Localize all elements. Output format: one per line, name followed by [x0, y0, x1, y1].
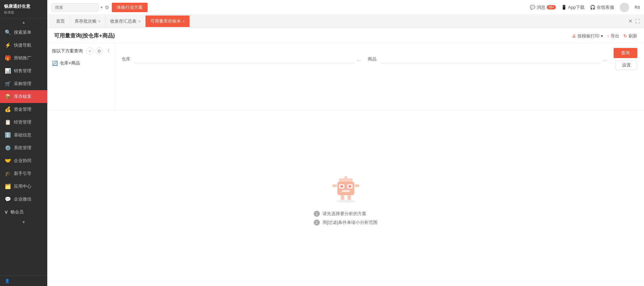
- tab-home-label: 首页: [56, 18, 65, 24]
- basicinfo-icon: ℹ️: [5, 132, 11, 138]
- app-subtitle: 标准版: [4, 10, 14, 14]
- tab-available-stock[interactable]: 可用量库存账本 ×: [146, 16, 190, 27]
- sidebar-item-inventory[interactable]: 📦 库存核算: [0, 90, 47, 103]
- tab-inventory-batch[interactable]: 库存批次账 ×: [70, 16, 105, 27]
- filter-left-panel: 按以下方案查询 + ⚙ 《 🔄 仓库+商品: [47, 43, 115, 110]
- empty-state: 1 请先选择要分析的方案 2 用[过滤]条件来缩小分析范围: [47, 111, 644, 286]
- collapse-icon[interactable]: 《: [105, 48, 110, 54]
- app-title: 畅康通好生意: [4, 3, 43, 9]
- sidebar-label-enterprise: 企业协同: [14, 158, 31, 164]
- tabbar-actions: ✕ ⛶: [628, 18, 640, 24]
- svg-point-9: [344, 176, 347, 179]
- app-download-action[interactable]: 📱 App下载: [561, 4, 585, 10]
- content-area: 可用量查询(按仓库+商品) 🖨 按模板打印 ▾ ↑ 导出 ↻ 刷新: [47, 28, 644, 286]
- online-service-action[interactable]: 🎧 在线客服: [590, 4, 614, 10]
- sidebar-item-search[interactable]: 🔍 搜索菜单: [0, 26, 47, 39]
- product-more-button[interactable]: ...: [603, 57, 607, 62]
- marketing-icon: 🎁: [5, 55, 11, 61]
- svg-rect-0: [337, 182, 354, 195]
- avatar[interactable]: [620, 3, 629, 12]
- chevron-down-icon[interactable]: ▾: [101, 5, 103, 10]
- sidebar-scroll-down[interactable]: ▼: [0, 218, 47, 226]
- trial-button[interactable]: 体验行业方案: [112, 3, 148, 12]
- empty-tips: 1 请先选择要分析的方案 2 用[过滤]条件来缩小分析范围: [314, 211, 378, 226]
- warehouse-input[interactable]: [134, 55, 355, 63]
- svg-rect-11: [349, 185, 351, 187]
- finance-icon: 💰: [5, 106, 11, 112]
- message-action[interactable]: 💬 消息 99+: [530, 4, 556, 10]
- sidebar-item-basic-info[interactable]: ℹ️ 基础信息: [0, 129, 47, 141]
- tab-close-icon-3[interactable]: ×: [183, 19, 185, 23]
- quicknav-icon: ⚡: [5, 42, 11, 48]
- sidebar-item-operations[interactable]: 📋 经营管理: [0, 116, 47, 129]
- tab-close-icon-2[interactable]: ×: [138, 19, 140, 23]
- sidebar-item-wechat[interactable]: 💬 企业微信: [0, 193, 47, 206]
- sidebar-label-basicinfo: 基础信息: [14, 132, 31, 138]
- sidebar-logo: 畅康通好生意 标准版: [0, 0, 47, 19]
- wechat-icon: 💬: [5, 196, 11, 202]
- query-button[interactable]: 查询: [614, 48, 637, 58]
- sidebar-label-member: 畅会员: [10, 209, 24, 215]
- settings-scheme-button[interactable]: ⚙: [96, 47, 103, 55]
- print-icon: 🖨: [572, 33, 576, 38]
- warehouse-label: 仓库: [122, 56, 132, 62]
- sidebar-label-finance: 资金管理: [14, 106, 31, 112]
- scheme-icon: 🔄: [52, 60, 58, 66]
- message-badge: 99+: [547, 5, 556, 9]
- refresh-button[interactable]: ↻ 刷新: [623, 33, 637, 39]
- sidebar-item-appstore[interactable]: 🗂️ 应用中心: [0, 180, 47, 193]
- export-label: 导出: [611, 33, 619, 39]
- svg-rect-8: [339, 178, 353, 182]
- sidebar-item-sales[interactable]: 📊 销售管理: [0, 64, 47, 77]
- svg-rect-3: [342, 190, 350, 192]
- sidebar-label-system: 系统管理: [14, 145, 31, 151]
- product-field: 商品 ...: [368, 55, 607, 63]
- sidebar-item-finance[interactable]: 💰 资金管理: [0, 103, 47, 116]
- tab-stock-summary-label: 收发存汇总表: [110, 18, 136, 24]
- sidebar-item-marketing[interactable]: 🎁 营销推广: [0, 52, 47, 64]
- main-area: ▾ ⚙ 体验行业方案 💬 消息 99+ 📱 App下载 🎧 在线客服 Rit: [47, 0, 644, 286]
- sidebar-item-member[interactable]: V 畅会员: [0, 206, 47, 218]
- sidebar-label-operations: 经营管理: [14, 119, 31, 125]
- sidebar-label-inventory: 库存核算: [14, 94, 31, 100]
- filter-area: 按以下方案查询 + ⚙ 《 🔄 仓库+商品 仓库: [47, 43, 644, 111]
- filter-settings-button[interactable]: 设置: [616, 60, 637, 70]
- topbar: ▾ ⚙ 体验行业方案 💬 消息 99+ 📱 App下载 🎧 在线客服 Rit: [47, 0, 644, 15]
- scheme-item-warehouse-product[interactable]: 🔄 仓库+商品: [47, 57, 114, 69]
- print-label: 按模板打印: [577, 33, 599, 39]
- message-icon: 💬: [530, 5, 535, 10]
- add-scheme-button[interactable]: +: [86, 47, 94, 55]
- sidebar-label-wechat: 企业微信: [14, 196, 31, 202]
- print-chevron-icon: ▾: [601, 33, 603, 38]
- tab-stock-summary[interactable]: 收发存汇总表 ×: [105, 16, 145, 27]
- sidebar-item-system[interactable]: ⚙️ 系统管理: [0, 141, 47, 154]
- svg-rect-10: [340, 185, 343, 187]
- gear-icon[interactable]: ⚙: [105, 4, 109, 10]
- expand-icon[interactable]: ⛶: [635, 19, 640, 24]
- sidebar-item-quicknav[interactable]: ⚡ 快捷导航: [0, 39, 47, 52]
- product-input[interactable]: [381, 55, 601, 63]
- phone-icon: 📱: [561, 5, 567, 10]
- sidebar-item-enterprise[interactable]: 🤝 企业协同: [0, 154, 47, 167]
- warehouse-more-button[interactable]: ...: [357, 57, 361, 62]
- sidebar-label-appstore: 应用中心: [14, 183, 31, 189]
- sidebar-label-sales: 销售管理: [14, 68, 31, 74]
- search-input[interactable]: [51, 3, 99, 11]
- sidebar-item-purchase[interactable]: 🛒 采购管理: [0, 77, 47, 90]
- close-window-icon[interactable]: ✕: [628, 18, 633, 24]
- sidebar-item-newbie[interactable]: 🎓 新手引导: [0, 167, 47, 180]
- system-icon: ⚙️: [5, 145, 11, 151]
- tab-close-icon[interactable]: ×: [98, 19, 100, 23]
- sales-icon: 📊: [5, 68, 11, 74]
- scheme-label: 按以下方案查询: [52, 48, 83, 54]
- sidebar-scroll-up[interactable]: ▲: [0, 19, 47, 26]
- sidebar-label-marketing: 营销推广: [14, 55, 31, 61]
- print-button[interactable]: 🖨 按模板打印 ▾: [572, 33, 603, 39]
- app-download-label: App下载: [568, 4, 585, 10]
- empty-tip-1: 1 请先选择要分析的方案: [314, 211, 378, 217]
- page-title: 可用量查询(按仓库+商品): [54, 32, 115, 40]
- tab-home[interactable]: 首页: [51, 16, 70, 27]
- username-label: Rit: [635, 5, 640, 10]
- export-button[interactable]: ↑ 导出: [607, 33, 620, 39]
- empty-tip-2: 2 用[过滤]条件来缩小分析范围: [314, 219, 378, 226]
